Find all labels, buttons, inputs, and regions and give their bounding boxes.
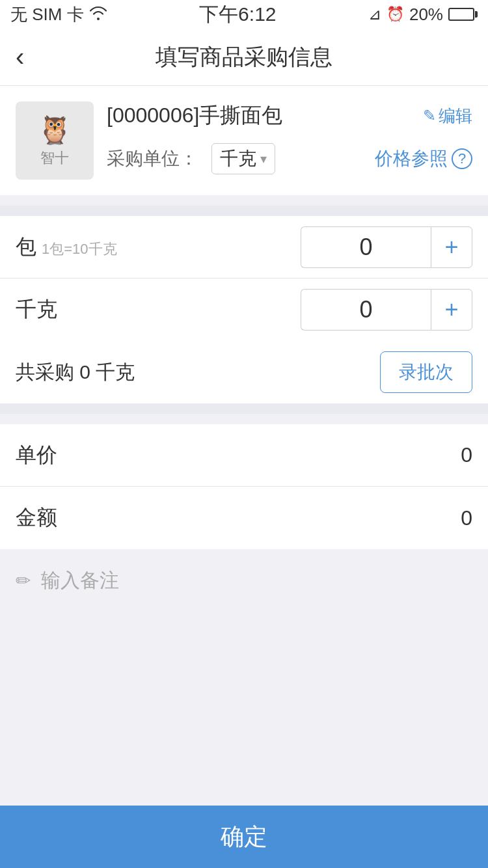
unit-value: 千克 xyxy=(220,146,256,171)
status-bar: 无 SIM 卡 下午6:12 ⊿ ⏰ 20% xyxy=(0,0,488,29)
product-name-row: [0000006]手撕面包 ✎ 编辑 xyxy=(107,102,472,130)
status-right: ⊿ ⏰ 20% xyxy=(368,5,478,25)
battery-icon xyxy=(448,8,478,21)
wifi-icon xyxy=(89,5,107,25)
status-time: 下午6:12 xyxy=(199,1,276,28)
confirm-button-label: 确定 xyxy=(221,821,267,853)
summary-text: 共采购 0 千克 xyxy=(16,359,135,386)
unit-label: 采购单位： xyxy=(107,148,198,169)
kg-plus-button[interactable]: + xyxy=(431,289,472,331)
section-divider-2 xyxy=(0,403,488,414)
product-info: [0000006]手撕面包 ✎ 编辑 采购单位： 千克 ▾ 价格参照 ? xyxy=(107,102,472,174)
price-reference-button[interactable]: 价格参照 ? xyxy=(375,146,472,171)
help-icon: ? xyxy=(452,148,472,169)
location-icon: ⊿ xyxy=(368,5,381,23)
sim-label: 无 SIM 卡 xyxy=(10,3,84,26)
chevron-down-icon: ▾ xyxy=(260,151,267,167)
summary-row: 共采购 0 千克 录批次 xyxy=(0,341,488,403)
unit-selector-area: 采购单位： 千克 ▾ xyxy=(107,143,275,174)
record-batch-button[interactable]: 录批次 xyxy=(380,351,472,393)
unit-select[interactable]: 千克 ▾ xyxy=(211,143,275,174)
confirm-button[interactable]: 确定 xyxy=(0,806,488,868)
product-image-owl: 🦉 xyxy=(38,114,72,146)
amount-label: 金额 xyxy=(16,504,57,532)
bao-input-controls: + xyxy=(120,226,472,268)
alarm-icon: ⏰ xyxy=(386,6,404,23)
product-full-name: [0000006]手撕面包 xyxy=(107,102,282,130)
notes-placeholder: 输入备注 xyxy=(41,567,119,594)
unit-price-row: 单价 0 xyxy=(0,424,488,487)
bao-plus-button[interactable]: + xyxy=(431,226,472,268)
page-title: 填写商品采购信息 xyxy=(156,42,332,72)
amount-row: 金额 0 xyxy=(0,487,488,549)
status-left: 无 SIM 卡 xyxy=(10,3,107,26)
bottom-spacer xyxy=(0,612,488,742)
kg-input-controls: + xyxy=(120,289,472,331)
kg-label: 千克 xyxy=(16,295,120,324)
kg-quantity-input[interactable] xyxy=(301,289,431,331)
edit-button[interactable]: ✎ 编辑 xyxy=(423,105,472,128)
notes-section[interactable]: ✏ 输入备注 xyxy=(0,549,488,612)
unit-price-label: 单价 xyxy=(16,441,57,470)
bao-label: 包1包=10千克 xyxy=(16,233,120,262)
product-unit-row: 采购单位： 千克 ▾ 价格参照 ? xyxy=(107,143,472,174)
edit-icon: ✎ xyxy=(423,107,436,125)
battery-percentage: 20% xyxy=(409,5,443,25)
kg-input-row: 千克 + xyxy=(0,278,488,341)
page-header: ‹ 填写商品采购信息 xyxy=(0,29,488,86)
price-section: 单价 0 金额 0 xyxy=(0,424,488,549)
back-button[interactable]: ‹ xyxy=(16,42,24,72)
edit-label: 编辑 xyxy=(439,105,472,128)
bao-input-row: 包1包=10千克 + xyxy=(0,216,488,278)
pencil-icon: ✏ xyxy=(16,570,31,591)
amount-value: 0 xyxy=(461,506,472,530)
bao-sub-label: 1包=10千克 xyxy=(42,241,117,257)
unit-price-value: 0 xyxy=(461,443,472,467)
product-image-label: 智十 xyxy=(40,148,69,168)
product-card: 🦉 智十 [0000006]手撕面包 ✎ 编辑 采购单位： 千克 ▾ 价格参照 … xyxy=(0,86,488,195)
bao-quantity-input[interactable] xyxy=(301,226,431,268)
product-image: 🦉 智十 xyxy=(16,102,94,180)
section-divider-1 xyxy=(0,206,488,216)
price-ref-label: 价格参照 xyxy=(375,146,448,171)
input-section: 包1包=10千克 + 千克 + xyxy=(0,216,488,341)
